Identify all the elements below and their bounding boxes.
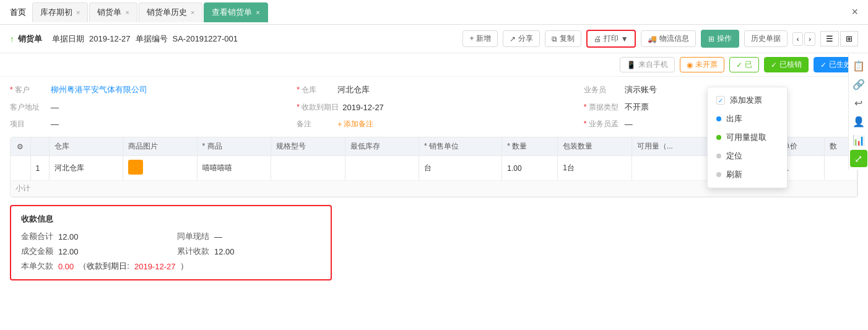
tab-sales[interactable]: 销货单 ×	[89, 2, 137, 22]
checkbox-icon: ✓	[716, 96, 725, 105]
dropdown-add-invoice[interactable]: ✓ 添加发票	[708, 91, 787, 110]
row-product-img	[123, 156, 197, 181]
checkmark-button[interactable]: ✓ 已	[729, 57, 759, 72]
sidebar-chart-icon[interactable]: 📊	[850, 131, 867, 149]
sold-button[interactable]: ✓ 已核销	[764, 57, 809, 72]
dropdown-refresh[interactable]: 刷新	[708, 165, 787, 184]
due-label: 本单欠款	[21, 261, 53, 272]
no-value: SA-20191227-001	[173, 34, 238, 43]
effect-icon: ✓	[820, 61, 827, 69]
tab-sales-history[interactable]: 销货单历史 ×	[139, 2, 202, 22]
not-open-button[interactable]: ◉ 未开票	[680, 57, 724, 72]
sidebar-user-icon[interactable]: 👤	[850, 113, 867, 130]
cumulative-row: 累计收款 12.00	[177, 246, 321, 257]
same-order-row: 同单现结 —	[177, 231, 321, 242]
row-pkg-qty: 1台	[558, 156, 632, 181]
customer-value[interactable]: 柳州粤港平安气体有限公司	[51, 84, 147, 95]
row-num: 1	[30, 156, 49, 181]
form-title: ↑ 销货单	[10, 33, 42, 45]
dot-green-icon	[716, 135, 721, 140]
sidebar-expand-icon[interactable]: ⤢	[850, 150, 867, 167]
row-settings	[11, 156, 30, 181]
share-icon: ↗	[510, 35, 516, 43]
refresh-label: 刷新	[726, 169, 742, 180]
staff-value: 演示账号	[625, 84, 657, 95]
tab-inventory[interactable]: 库存期初 ×	[32, 2, 88, 22]
list-view-button[interactable]: ☰	[820, 31, 839, 46]
dropdown-outbound[interactable]: 出库	[708, 110, 787, 128]
form-title-text: 销货单	[18, 33, 42, 45]
copy-button[interactable]: ⧉ 复制	[545, 30, 581, 47]
address-field: 客户地址 —	[10, 102, 284, 113]
due-note-end: ）	[180, 261, 188, 272]
tab-close-sales-history[interactable]: ×	[191, 9, 194, 16]
tab-home[interactable]: 首页	[5, 7, 31, 18]
col-available: 可用量（...	[631, 137, 717, 156]
copy-icon: ⧉	[552, 35, 557, 43]
same-order-value: —	[214, 232, 222, 241]
col-warehouse: 仓库	[49, 137, 123, 156]
payment-title: 收款信息	[21, 214, 321, 225]
check-icon: ✓	[736, 61, 742, 69]
tab-close-sales[interactable]: ×	[125, 9, 129, 16]
available-extract-label: 可用量提取	[726, 132, 766, 143]
nav-arrows: ‹ ›	[792, 32, 815, 46]
sidebar-clipboard-icon[interactable]: 📋	[850, 57, 867, 74]
operation-button[interactable]: ⊞ 操作	[701, 30, 739, 48]
dropdown-available-extract[interactable]: 可用量提取	[708, 128, 787, 147]
payment-date-value: 2019-12-27	[342, 103, 384, 112]
print-button[interactable]: 🖨 打印 ▼	[586, 30, 636, 48]
prev-arrow[interactable]: ‹	[792, 32, 804, 46]
staff2-value: —	[625, 119, 633, 129]
project-field: 项目 —	[10, 119, 284, 129]
tab-view-sales[interactable]: 查看销货单 ×	[204, 2, 267, 22]
col-settings[interactable]: ⚙	[11, 137, 30, 156]
operation-dropdown: ✓ 添加发票 出库 可用量提取 定位 刷新	[707, 87, 788, 188]
row-product: 嘻嘻嘻嘻	[197, 156, 271, 181]
sidebar-link-icon[interactable]: 🔗	[850, 76, 867, 93]
col-num	[30, 137, 49, 156]
col-min-stock: 最低库存	[345, 137, 419, 156]
dot-gray2-icon	[716, 172, 721, 177]
share-button[interactable]: ↗ 分享	[503, 30, 540, 47]
ticket-icon: ◉	[687, 61, 693, 69]
date-value: 2019-12-27	[89, 34, 131, 43]
row-unit: 台	[419, 156, 502, 181]
add-button[interactable]: + 新增	[462, 30, 497, 47]
amount-total-row: 金额合计 12.00	[21, 231, 165, 242]
logistics-button[interactable]: 🚚 物流信息	[641, 30, 696, 47]
form-actions: + 新增 ↗ 分享 ⧉ 复制 🖨 打印 ▼ 🚚 物流信息 ⊞ 操作	[462, 30, 858, 48]
customer-field: * 客户 柳州粤港平安气体有限公司	[10, 84, 284, 95]
tab-bar-right: ×	[846, 6, 863, 19]
same-order-label: 同单现结	[177, 231, 209, 242]
operation-icon: ⊞	[708, 35, 714, 43]
dot-blue-icon	[716, 116, 721, 121]
from-phone-button[interactable]: 📱 来自手机	[620, 57, 675, 72]
transaction-label: 成交金额	[21, 246, 53, 257]
logistics-icon: 🚚	[648, 35, 657, 43]
add-note-button[interactable]: + 添加备注	[337, 119, 373, 129]
payment-section: 收款信息 金额合计 12.00 同单现结 — 成交金额 12.00 累计收款 1…	[10, 205, 332, 280]
right-sidebar: 📋 🔗 ↩ 👤 📊 ⤢	[848, 54, 868, 170]
tab-close-view-sales[interactable]: ×	[256, 9, 259, 16]
status-row: 📱 来自手机 ◉ 未开票 ✓ 已 ✓ 已核销 ✓ 已生效	[0, 53, 868, 77]
due-note: （收款到期日:	[79, 261, 129, 272]
address-value: —	[51, 103, 59, 112]
phone-icon: 📱	[627, 61, 636, 69]
sidebar-back-icon[interactable]: ↩	[850, 94, 867, 111]
col-spec: 规格型号	[271, 137, 345, 156]
dropdown-locate[interactable]: 定位	[708, 147, 787, 165]
col-product-img: 商品图片	[123, 137, 197, 156]
grid-view-button[interactable]: ⊞	[840, 31, 858, 46]
row-qty: 1.00	[502, 156, 558, 181]
product-image	[128, 160, 143, 175]
history-button[interactable]: 历史单据	[744, 30, 788, 47]
tab-close-inventory[interactable]: ×	[76, 9, 80, 16]
due-date: 2019-12-27	[134, 262, 176, 271]
next-arrow[interactable]: ›	[804, 32, 815, 46]
window-close-button[interactable]: ×	[846, 6, 863, 19]
due-payment-row: 本单欠款 0.00 （收款到期日: 2019-12-27 ）	[21, 261, 321, 272]
tab-bar: 首页 库存期初 × 销货单 × 销货单历史 × 查看销货单 × ×	[0, 0, 868, 25]
outbound-label: 出库	[726, 113, 742, 124]
payment-grid: 金额合计 12.00 同单现结 — 成交金额 12.00 累计收款 12.00 …	[21, 231, 321, 272]
